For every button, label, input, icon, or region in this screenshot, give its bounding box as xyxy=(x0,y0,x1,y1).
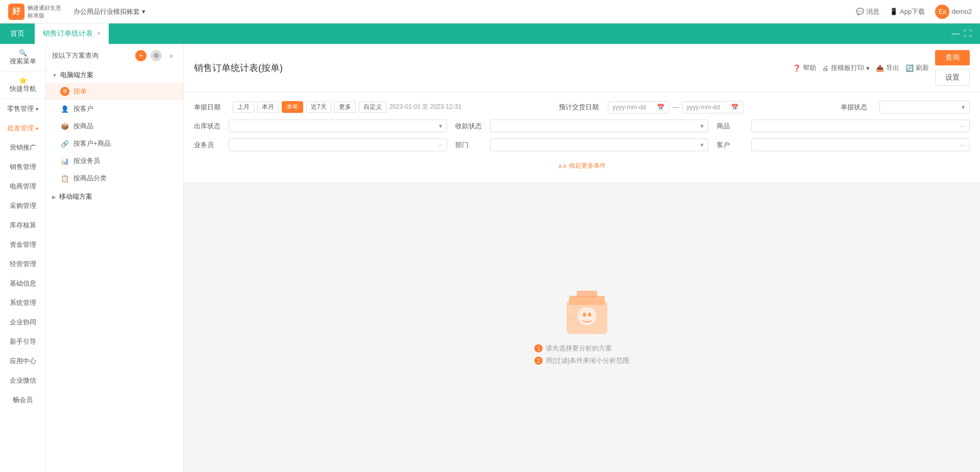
scheme-group-mobile-header[interactable]: ▶ 移动端方案 xyxy=(46,189,183,204)
sidebar-item-inventory[interactable]: 库存核算 xyxy=(0,216,45,235)
content-area: 按以下方案查询 + ⚙ « ▼ 电脑端方案 单 按单 👤 xyxy=(46,44,980,472)
date-separator: — xyxy=(672,103,679,111)
scheme-item-by-staff[interactable]: 📊 按业务员 xyxy=(46,152,183,170)
tab-active[interactable]: 销售订单统计表 × xyxy=(35,23,109,44)
tab-close-button[interactable]: × xyxy=(97,30,101,37)
chevron-down-icon: ▾ xyxy=(142,8,145,15)
dept-item: 部门 ▾ xyxy=(455,138,708,151)
expand-icon: ▼ xyxy=(52,73,57,78)
date-range-text: 2023-01-01 至 2023-12-31 xyxy=(389,103,461,111)
this-year-btn[interactable]: 本年 xyxy=(282,101,303,113)
chevron-down-icon: ▾ xyxy=(962,103,965,111)
sidebar-item-wechat[interactable]: 企业微信 xyxy=(0,371,45,390)
app-download-button[interactable]: 📱 App下载 xyxy=(890,7,925,16)
scheme-item-by-order[interactable]: 单 按单 xyxy=(46,83,183,100)
more-options-icon[interactable]: ··· xyxy=(437,141,443,149)
date-input-group: yyyy-mm-dd 📅 — yyyy-mm-dd 📅 xyxy=(608,101,743,113)
more-btn[interactable]: 更多 xyxy=(334,101,356,113)
scheme-icon-customer: 👤 xyxy=(60,104,69,113)
scheme-group-desktop: ▼ 电脑端方案 单 按单 👤 按客户 📦 按商品 🔗 按客户+商品 xyxy=(46,67,183,187)
ship-status-select[interactable]: ▾ xyxy=(229,120,447,132)
customer-item: 客户 ··· xyxy=(717,138,970,151)
minimize-button[interactable]: — xyxy=(951,29,960,38)
scheme-item-by-customer[interactable]: 👤 按客户 xyxy=(46,100,183,117)
export-icon: 📤 xyxy=(876,64,884,72)
sidebar-item-finance[interactable]: 资金管理 xyxy=(0,235,45,254)
sidebar-item-ecommerce[interactable]: 电商管理 xyxy=(0,177,45,196)
pay-status-select[interactable]: ▾ xyxy=(490,120,708,132)
print-dropdown-icon: ▾ xyxy=(866,64,870,72)
tab-home[interactable]: 首页 xyxy=(0,23,35,44)
scheme-item-by-customer-product[interactable]: 🔗 按客户+商品 xyxy=(46,135,183,152)
svg-rect-2 xyxy=(577,291,597,298)
more-options-icon[interactable]: ··· xyxy=(960,141,965,149)
customer-label: 客户 xyxy=(717,140,747,150)
logo-icon: 好 xyxy=(8,4,24,20)
empty-illustration xyxy=(556,287,607,338)
more-options-icon[interactable]: ··· xyxy=(960,122,965,130)
date-from-input[interactable]: yyyy-mm-dd 📅 xyxy=(608,101,669,113)
sidebar-item-sales[interactable]: 销售管理 xyxy=(0,157,45,177)
export-button[interactable]: 📤 导出 xyxy=(876,63,899,73)
collapse-panel-button[interactable]: « xyxy=(166,50,177,61)
customer-select[interactable]: ··· xyxy=(751,138,970,151)
add-scheme-button[interactable]: + xyxy=(135,50,146,61)
scheme-label: 按客户+商品 xyxy=(74,139,111,148)
product-item: 商品 ··· xyxy=(717,120,970,132)
industry-selector[interactable]: 办公用品行业模拟账套 ▾ xyxy=(74,7,145,16)
maximize-button[interactable]: ⛶ xyxy=(964,29,972,38)
staff-label: 业务员 xyxy=(194,140,225,150)
scheme-group-desktop-header[interactable]: ▼ 电脑端方案 xyxy=(46,67,183,83)
sidebar: 🔍 搜索菜单 ⭐ 快捷导航 零售管理 批发管理 营销推广 销售管理 电商管理 采… xyxy=(0,44,46,472)
sidebar-search[interactable]: 🔍 搜索菜单 xyxy=(0,44,45,72)
staff-select[interactable]: ··· xyxy=(229,138,447,151)
query-button[interactable]: 查询 xyxy=(935,50,970,65)
sidebar-item-retail[interactable]: 零售管理 xyxy=(0,99,45,119)
scheme-settings-button[interactable]: ⚙ xyxy=(151,50,162,61)
refresh-button[interactable]: 🔄 刷新 xyxy=(905,63,929,73)
star-icon: ⭐ xyxy=(4,77,41,84)
prev-month-btn[interactable]: 上月 xyxy=(233,101,254,113)
empty-state: 1 请先选择要分析的方案 2 用[过滤]条件来缩小分析范围 xyxy=(184,183,980,472)
sidebar-item-appcenter[interactable]: 应用中心 xyxy=(0,351,45,371)
last7-btn[interactable]: 近7天 xyxy=(306,101,331,113)
this-month-btn[interactable]: 本月 xyxy=(257,101,279,113)
collapse-filters-button[interactable]: ∧∧ 收起更多条件 xyxy=(194,157,970,174)
sidebar-item-operations[interactable]: 经营管理 xyxy=(0,254,45,274)
template-print-button[interactable]: 🖨 按模板打印 ▾ xyxy=(822,63,870,73)
scheme-item-by-product[interactable]: 📦 按商品 xyxy=(46,117,183,135)
staff-item: 业务员 ··· xyxy=(194,138,447,151)
user-menu[interactable]: Ea demo2 xyxy=(935,5,972,19)
scheme-icon-order: 单 xyxy=(60,87,69,96)
message-icon: 💬 xyxy=(856,8,864,15)
help-button[interactable]: ❓ 帮助 xyxy=(793,63,816,73)
settings-button[interactable]: 设置 xyxy=(935,69,970,86)
product-select[interactable]: ··· xyxy=(751,120,970,132)
dept-select[interactable]: ▾ xyxy=(490,138,708,151)
sidebar-quick-nav[interactable]: ⭐ 快捷导航 xyxy=(0,72,45,99)
svg-point-5 xyxy=(588,313,591,317)
chevron-down-icon: ▾ xyxy=(700,141,704,149)
sidebar-item-vip[interactable]: 畅会员 xyxy=(0,390,45,410)
left-panel-header: 按以下方案查询 + ⚙ « xyxy=(46,50,183,65)
scheme-item-by-category[interactable]: 📋 按商品分类 xyxy=(46,170,183,187)
sidebar-item-purchase[interactable]: 采购管理 xyxy=(0,196,45,216)
empty-tip-1: 1 请先选择要分析的方案 xyxy=(534,344,629,353)
sidebar-item-wholesale[interactable]: 批发管理 xyxy=(0,119,45,138)
filter-row-date: 单据日期 上月 本月 本年 近7天 更多 自定义 2023-01-01 至 20… xyxy=(194,101,970,113)
sidebar-item-newbie[interactable]: 新手引导 xyxy=(0,332,45,351)
top-bar-left: 好 畅捷通好生意 标准版 办公用品行业模拟账套 ▾ xyxy=(8,4,145,20)
sidebar-item-marketing[interactable]: 营销推广 xyxy=(0,138,45,157)
message-button[interactable]: 💬 消息 xyxy=(856,7,879,16)
tip-num-2: 2 xyxy=(534,357,543,365)
filter-row-status: 出库状态 ▾ 收款状态 ▾ 商品 xyxy=(194,120,970,132)
sidebar-item-enterprise[interactable]: 企业协同 xyxy=(0,313,45,332)
status-select[interactable]: ▾ xyxy=(879,101,970,113)
custom-btn[interactable]: 自定义 xyxy=(359,101,386,113)
sidebar-item-basic[interactable]: 基础信息 xyxy=(0,274,45,293)
scheme-icon-category: 📋 xyxy=(60,174,69,183)
expected-date-label: 预计交货日期 xyxy=(559,103,600,112)
date-to-input[interactable]: yyyy-mm-dd 📅 xyxy=(682,101,743,113)
top-bar-right: 💬 消息 📱 App下载 Ea demo2 xyxy=(856,5,972,19)
sidebar-item-system[interactable]: 系统管理 xyxy=(0,293,45,313)
